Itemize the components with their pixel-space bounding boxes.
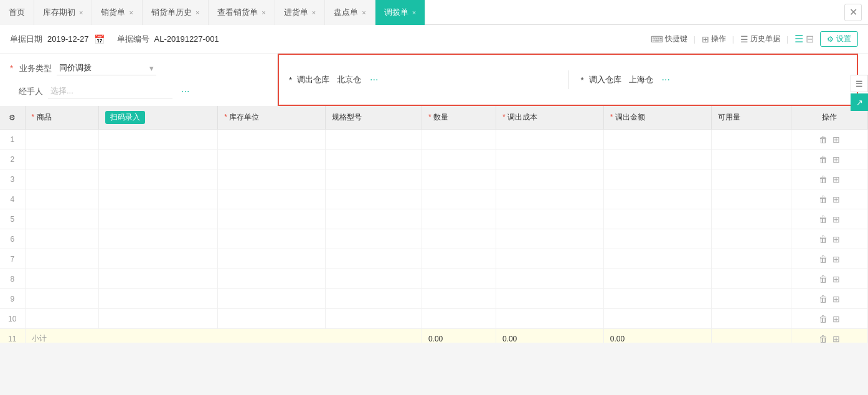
delete-icon[interactable]: 🗑 <box>819 214 828 224</box>
tab-inventory-init[interactable]: 库存期初 × <box>34 0 92 25</box>
copy-icon[interactable]: ⊞ <box>833 334 840 343</box>
cell-spec[interactable] <box>326 269 422 289</box>
cell-cost[interactable] <box>496 169 603 189</box>
gear-icon[interactable]: ⚙ <box>9 113 16 122</box>
cell-spec[interactable] <box>326 229 422 249</box>
delete-icon[interactable]: 🗑 <box>819 314 828 324</box>
cell-product[interactable] <box>25 309 99 329</box>
delete-icon[interactable]: 🗑 <box>819 334 828 343</box>
setting-button[interactable]: ⚙ 设置 <box>820 31 858 47</box>
cell-amount[interactable] <box>603 150 711 169</box>
cell-cost[interactable] <box>496 269 603 289</box>
cell-cost[interactable] <box>496 309 603 329</box>
copy-icon[interactable]: ⊞ <box>833 254 840 264</box>
cell-unit[interactable] <box>218 269 326 289</box>
cell-amount[interactable] <box>603 189 711 209</box>
cell-unit[interactable] <box>218 150 326 169</box>
cell-cost[interactable] <box>496 189 603 209</box>
cell-spec[interactable] <box>326 209 422 229</box>
cell-product[interactable] <box>25 150 99 169</box>
cell-product[interactable] <box>25 209 99 229</box>
tab-view-sales[interactable]: 查看销货单 × <box>209 0 275 25</box>
tab-sales-history[interactable]: 销货单历史 × <box>143 0 209 25</box>
cell-amount[interactable] <box>603 249 711 269</box>
copy-icon[interactable]: ⊞ <box>833 174 840 184</box>
history-action[interactable]: ☰ 历史单据 <box>740 34 780 44</box>
side-panel-doc-btn[interactable]: ☰ <box>851 75 868 92</box>
cell-cost[interactable] <box>496 209 603 229</box>
cell-qty[interactable] <box>422 269 496 289</box>
cell-spec[interactable] <box>326 169 422 189</box>
cell-amount[interactable] <box>603 269 711 289</box>
cell-qty[interactable] <box>422 130 496 150</box>
layout-icon-grid[interactable]: ⊟ <box>806 33 814 45</box>
delete-icon[interactable]: 🗑 <box>819 194 828 204</box>
col-gear[interactable]: ⚙ <box>0 106 25 130</box>
cell-unit[interactable] <box>218 229 326 249</box>
copy-icon[interactable]: ⊞ <box>833 274 840 284</box>
cell-cost[interactable] <box>496 130 603 150</box>
layout-icon-list[interactable]: ☰ <box>795 33 803 45</box>
copy-icon[interactable]: ⊞ <box>833 314 840 324</box>
cell-amount[interactable] <box>603 130 711 150</box>
cell-qty[interactable] <box>422 189 496 209</box>
cell-spec[interactable] <box>326 189 422 209</box>
delete-icon[interactable]: 🗑 <box>819 254 828 264</box>
cell-qty[interactable] <box>422 289 496 309</box>
copy-icon[interactable]: ⊞ <box>833 214 840 224</box>
tab-transfer[interactable]: 调拨单 × <box>375 0 425 25</box>
cell-cost[interactable] <box>496 289 603 309</box>
cell-unit[interactable] <box>218 309 326 329</box>
delete-icon[interactable]: 🗑 <box>819 274 828 284</box>
delete-icon[interactable]: 🗑 <box>819 234 828 244</box>
cell-amount[interactable] <box>603 169 711 189</box>
calendar-icon[interactable]: 📅 <box>94 34 105 44</box>
cell-cost[interactable] <box>496 150 603 169</box>
scan-button[interactable]: 扫码录入 <box>105 111 145 124</box>
tab-close-purchase[interactable]: × <box>312 9 316 16</box>
tab-close-view-sales[interactable]: × <box>262 9 265 16</box>
cell-product[interactable] <box>25 130 99 150</box>
side-panel-expand-btn[interactable]: ↗ <box>851 93 868 111</box>
tab-close-inventory-init[interactable]: × <box>79 9 83 16</box>
cell-product[interactable] <box>25 269 99 289</box>
cell-product[interactable] <box>25 249 99 269</box>
cell-unit[interactable] <box>218 189 326 209</box>
biz-type-select[interactable]: 同价调拨 ▾ <box>57 61 156 75</box>
tab-stocktake[interactable]: 盘点单 × <box>325 0 375 25</box>
handler-select[interactable]: 选择... <box>48 84 172 98</box>
transfer-out-more-btn[interactable]: ··· <box>370 74 378 85</box>
cell-unit[interactable] <box>218 130 326 150</box>
cell-qty[interactable] <box>422 169 496 189</box>
delete-icon[interactable]: 🗑 <box>819 294 828 304</box>
tab-close-transfer[interactable]: × <box>412 9 416 16</box>
shortcut-action[interactable]: ⌨ 快捷键 <box>651 34 687 44</box>
tab-close-sales-history[interactable]: × <box>196 9 199 16</box>
cell-spec[interactable] <box>326 309 422 329</box>
cell-qty[interactable] <box>422 249 496 269</box>
transfer-in-more-btn[interactable]: ··· <box>662 74 670 85</box>
ops-action[interactable]: ⊞ 操作 <box>702 34 726 44</box>
copy-icon[interactable]: ⊞ <box>833 194 840 204</box>
cell-cost[interactable] <box>496 249 603 269</box>
cell-spec[interactable] <box>326 249 422 269</box>
cell-amount[interactable] <box>603 209 711 229</box>
cell-amount[interactable] <box>603 309 711 329</box>
copy-icon[interactable]: ⊞ <box>833 234 840 244</box>
cell-amount[interactable] <box>603 289 711 309</box>
cell-product[interactable] <box>25 229 99 249</box>
cell-cost[interactable] <box>496 229 603 249</box>
cell-qty[interactable] <box>422 309 496 329</box>
cell-unit[interactable] <box>218 209 326 229</box>
cell-product[interactable] <box>25 189 99 209</box>
delete-icon[interactable]: 🗑 <box>819 155 828 164</box>
tab-close-sales[interactable]: × <box>129 9 133 16</box>
cell-qty[interactable] <box>422 209 496 229</box>
tab-sales[interactable]: 销货单 × <box>92 0 142 25</box>
cell-unit[interactable] <box>218 249 326 269</box>
tab-purchase[interactable]: 进货单 × <box>275 0 325 25</box>
handler-more-btn[interactable]: ··· <box>181 86 189 97</box>
cell-spec[interactable] <box>326 130 422 150</box>
cell-product[interactable] <box>25 289 99 309</box>
cell-amount[interactable] <box>603 229 711 249</box>
